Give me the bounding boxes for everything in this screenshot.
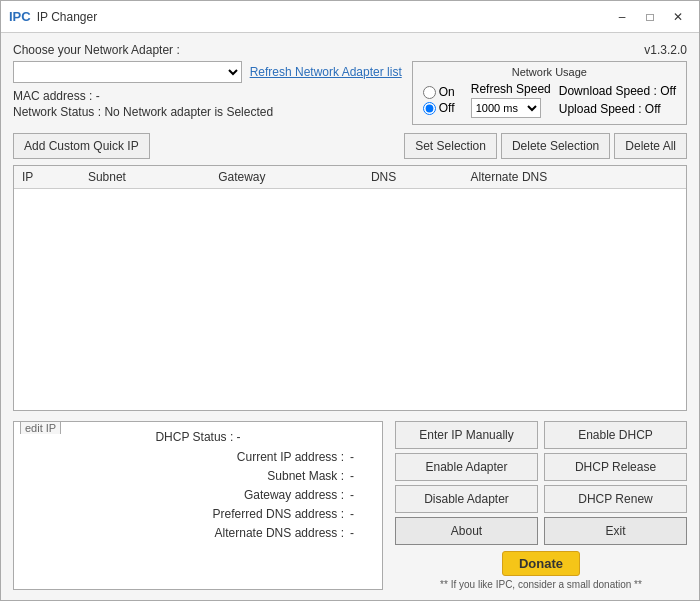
col-ip: IP bbox=[14, 166, 80, 189]
field-alternate-dns: Alternate DNS address : - bbox=[26, 526, 370, 540]
btn-row-1: Enter IP Manually Enable DHCP bbox=[395, 421, 687, 449]
app-icon: IPC bbox=[9, 9, 31, 24]
network-status-label: Network Status : No Network adapter is S… bbox=[13, 105, 273, 119]
btn-row-3: Disable Adapter DHCP Renew bbox=[395, 485, 687, 513]
radio-off-label[interactable]: Off bbox=[423, 101, 463, 115]
dhcp-renew-button[interactable]: DHCP Renew bbox=[544, 485, 687, 513]
donate-button[interactable]: Donate bbox=[502, 551, 580, 576]
donate-area: Donate ** If you like IPC, consider a sm… bbox=[395, 551, 687, 590]
download-speed-stat: Download Speed : Off bbox=[559, 84, 676, 98]
btn-row-4: About Exit bbox=[395, 517, 687, 545]
delete-all-button[interactable]: Delete All bbox=[614, 133, 687, 159]
main-content: Choose your Network Adapter : Refresh Ne… bbox=[1, 33, 699, 600]
radio-on[interactable] bbox=[423, 86, 436, 99]
disable-adapter-button[interactable]: Disable Adapter bbox=[395, 485, 538, 513]
dhcp-status-row: DHCP Status : - bbox=[26, 430, 370, 444]
right-buttons: Enter IP Manually Enable DHCP Enable Ada… bbox=[395, 421, 687, 590]
minimize-button[interactable]: – bbox=[609, 7, 635, 27]
col-alt-dns: Alternate DNS bbox=[463, 166, 686, 189]
edit-badge: edit IP bbox=[20, 421, 61, 434]
network-usage-title: Network Usage bbox=[423, 66, 676, 78]
toolbar: Add Custom Quick IP Set Selection Delete… bbox=[13, 133, 687, 159]
dhcp-release-button[interactable]: DHCP Release bbox=[544, 453, 687, 481]
adapter-select[interactable] bbox=[13, 61, 242, 83]
upload-speed-stat: Upload Speed : Off bbox=[559, 102, 676, 116]
adapter-label: Choose your Network Adapter : bbox=[13, 43, 402, 57]
enter-ip-manually-button[interactable]: Enter IP Manually bbox=[395, 421, 538, 449]
network-status-row: Network Status : No Network adapter is S… bbox=[13, 105, 402, 119]
col-gateway: Gateway bbox=[210, 166, 363, 189]
field-subnet: Subnet Mask : - bbox=[26, 469, 370, 483]
set-selection-button[interactable]: Set Selection bbox=[404, 133, 497, 159]
window-title: IP Changer bbox=[37, 10, 609, 24]
donate-note: ** If you like IPC, consider a small don… bbox=[440, 579, 642, 590]
enable-dhcp-button[interactable]: Enable DHCP bbox=[544, 421, 687, 449]
title-bar: IPC IP Changer – □ ✕ bbox=[1, 1, 699, 33]
window-controls: – □ ✕ bbox=[609, 7, 691, 27]
network-usage-box: Network Usage On Off bbox=[412, 61, 687, 125]
mac-address-label: MAC address : - bbox=[13, 89, 100, 103]
close-button[interactable]: ✕ bbox=[665, 7, 691, 27]
top-section: Choose your Network Adapter : Refresh Ne… bbox=[13, 43, 687, 125]
edit-box: edit IP DHCP Status : - Current IP addre… bbox=[13, 421, 383, 590]
refresh-speed-select[interactable]: 1000 ms 500 ms 2000 ms bbox=[471, 98, 541, 118]
radio-off[interactable] bbox=[423, 102, 436, 115]
main-window: IPC IP Changer – □ ✕ Choose your Network… bbox=[0, 0, 700, 601]
col-dns: DNS bbox=[363, 166, 463, 189]
radio-on-label[interactable]: On bbox=[423, 85, 463, 99]
delete-selection-button[interactable]: Delete Selection bbox=[501, 133, 610, 159]
refresh-speed-label: Refresh Speed bbox=[471, 82, 551, 96]
bottom-section: edit IP DHCP Status : - Current IP addre… bbox=[13, 421, 687, 590]
about-button[interactable]: About bbox=[395, 517, 538, 545]
field-gateway: Gateway address : - bbox=[26, 488, 370, 502]
field-current-ip: Current IP address : - bbox=[26, 450, 370, 464]
btn-row-2: Enable Adapter DHCP Release bbox=[395, 453, 687, 481]
col-subnet: Subnet bbox=[80, 166, 210, 189]
refresh-adapter-link[interactable]: Refresh Network Adapter list bbox=[250, 65, 402, 79]
exit-button[interactable]: Exit bbox=[544, 517, 687, 545]
restore-button[interactable]: □ bbox=[637, 7, 663, 27]
info-row: MAC address : - bbox=[13, 89, 402, 103]
version-label: v1.3.2.0 bbox=[644, 43, 687, 57]
adapter-select-row: Refresh Network Adapter list bbox=[13, 61, 402, 83]
ip-table-container: IP Subnet Gateway DNS Alternate DNS bbox=[13, 165, 687, 411]
adapter-area: Choose your Network Adapter : Refresh Ne… bbox=[13, 43, 402, 119]
field-preferred-dns: Preferred DNS address : - bbox=[26, 507, 370, 521]
add-custom-quick-ip-button[interactable]: Add Custom Quick IP bbox=[13, 133, 150, 159]
enable-adapter-button[interactable]: Enable Adapter bbox=[395, 453, 538, 481]
ip-table: IP Subnet Gateway DNS Alternate DNS bbox=[14, 166, 686, 189]
